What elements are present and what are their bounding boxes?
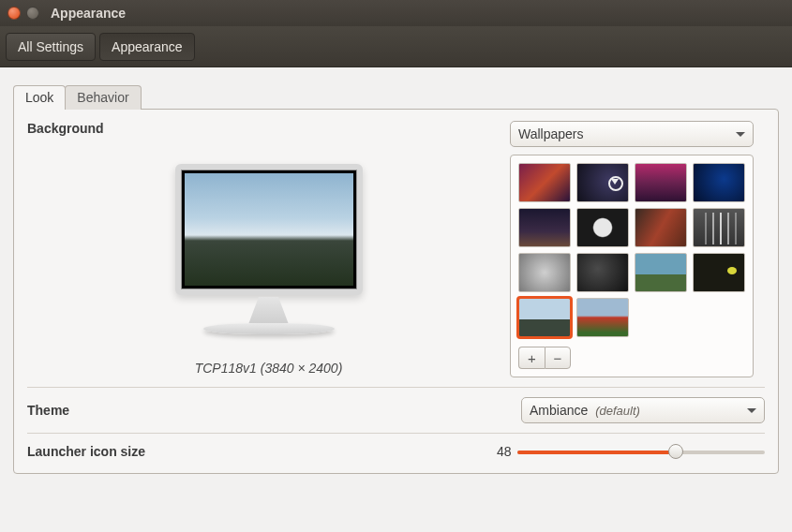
wallpaper-thumb[interactable] xyxy=(576,253,629,292)
wallpaper-thumb[interactable] xyxy=(693,253,745,292)
launcher-icon-size-value: 48 xyxy=(497,444,512,459)
launcher-icon-size-row: Launcher icon size 48 xyxy=(27,443,765,460)
wallpaper-caption: TCP118v1 (3840 × 2400) xyxy=(195,361,343,376)
path-toolbar: All Settings Appearance xyxy=(0,26,792,67)
wallpaper-thumb[interactable] xyxy=(635,253,687,292)
wallpaper-thumb[interactable] xyxy=(693,163,745,202)
wallpaper-thumb[interactable] xyxy=(635,208,687,247)
launcher-icon-size-slider[interactable] xyxy=(517,443,765,460)
content-area: Look Behavior Background TCP118v1 (3840 … xyxy=(0,67,792,483)
wallpaper-thumb[interactable] xyxy=(518,163,571,202)
window-title: Appearance xyxy=(51,6,126,21)
wallpaper-thumb-selected[interactable] xyxy=(518,298,571,337)
tab-look[interactable]: Look xyxy=(13,85,66,110)
all-settings-button[interactable]: All Settings xyxy=(6,33,96,61)
background-section: Background TCP118v1 (3840 × 2400) Wallpa… xyxy=(27,121,765,377)
theme-value: Ambiance xyxy=(530,403,588,418)
wallpaper-thumb[interactable] xyxy=(518,208,571,247)
divider xyxy=(27,387,765,388)
wallpaper-thumb[interactable] xyxy=(635,163,687,202)
wallpaper-thumb[interactable] xyxy=(518,253,571,292)
wallpaper-thumb[interactable] xyxy=(576,163,629,202)
theme-row: Theme Ambiance (default) xyxy=(27,397,765,423)
tab-row: Look Behavior xyxy=(13,82,779,109)
slider-thumb[interactable] xyxy=(668,444,683,459)
chevron-down-icon xyxy=(736,132,745,137)
tab-behavior[interactable]: Behavior xyxy=(65,85,141,110)
appearance-crumb-button[interactable]: Appearance xyxy=(99,33,195,61)
add-wallpaper-button[interactable]: + xyxy=(518,347,545,369)
launcher-icon-size-label: Launcher icon size xyxy=(27,444,497,459)
wallpaper-picker: + − xyxy=(510,155,754,377)
look-panel: Background TCP118v1 (3840 × 2400) Wallpa… xyxy=(13,109,779,474)
window-minimize-button[interactable] xyxy=(26,7,39,20)
wallpaper-source-value: Wallpapers xyxy=(518,126,584,141)
theme-default-suffix: (default) xyxy=(595,404,640,418)
theme-dropdown[interactable]: Ambiance (default) xyxy=(521,397,765,423)
chevron-down-icon xyxy=(747,408,756,413)
remove-wallpaper-button[interactable]: − xyxy=(545,347,571,369)
divider xyxy=(27,433,765,434)
theme-label: Theme xyxy=(27,403,521,418)
wallpaper-source-dropdown[interactable]: Wallpapers xyxy=(510,121,754,147)
background-label: Background xyxy=(27,121,104,136)
wallpaper-thumb[interactable] xyxy=(576,298,629,337)
wallpaper-grid xyxy=(518,163,745,337)
window-close-button[interactable] xyxy=(7,7,21,20)
wallpaper-preview-monitor xyxy=(175,164,363,334)
slider-fill xyxy=(517,451,676,454)
window-titlebar: Appearance xyxy=(0,0,792,26)
wallpaper-tools: + − xyxy=(518,347,745,369)
wallpaper-thumb[interactable] xyxy=(576,208,629,247)
wallpaper-thumb[interactable] xyxy=(693,208,745,247)
